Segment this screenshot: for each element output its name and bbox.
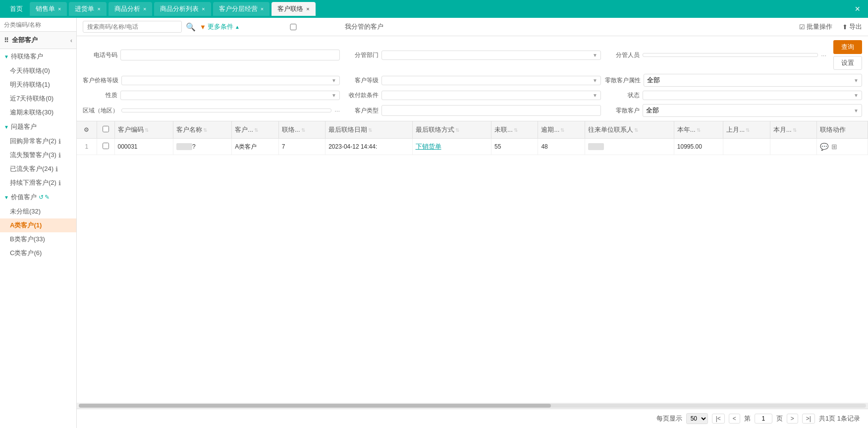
col-last-method[interactable]: 最后联络方式 ⇅ bbox=[412, 121, 491, 139]
group-value-customers[interactable]: ▼ 价值客户 ↺ ✎ bbox=[0, 190, 76, 205]
chevron-down-icon6: ▼ bbox=[593, 93, 597, 98]
search-btn[interactable]: 🔍 bbox=[186, 22, 196, 32]
col-unlinked-label: 未联... bbox=[494, 125, 513, 134]
tab-customer-contact-close[interactable]: × bbox=[306, 6, 309, 12]
edit-icon[interactable]: ✎ bbox=[45, 194, 50, 201]
cell-checkbox[interactable] bbox=[97, 139, 114, 155]
col-name[interactable]: 客户名称 ⇅ bbox=[173, 121, 231, 139]
sidebar: 🔍 全部客户 ‹ ▼ 待联络客户 今天待联络(0) 明天待联络(1) 近7天待联… bbox=[0, 18, 77, 428]
sidebar-item-c-class[interactable]: C类客户(6) bbox=[0, 246, 76, 260]
page-size-select[interactable]: 50 bbox=[686, 413, 708, 424]
filter-select-price-level[interactable]: ▼ bbox=[121, 76, 340, 85]
filter-dots-region[interactable]: ··· bbox=[334, 107, 340, 114]
filter-input-customer-type[interactable] bbox=[381, 105, 601, 116]
filter-select-manager[interactable] bbox=[643, 53, 818, 57]
col-checkbox[interactable] bbox=[97, 121, 114, 139]
sort-icon5: ⇅ bbox=[368, 127, 372, 133]
col-code[interactable]: 客户编码 ⇅ bbox=[114, 121, 173, 139]
my-customers-checkbox-label[interactable]: 我分管的客户 bbox=[244, 22, 383, 31]
horizontal-scrollbar[interactable] bbox=[77, 403, 868, 409]
last-method-link[interactable]: 下销货单 bbox=[416, 143, 441, 150]
page-input[interactable] bbox=[755, 414, 772, 424]
sort-icon10: ⇅ bbox=[697, 127, 701, 133]
prev-page-btn[interactable]: < bbox=[729, 414, 740, 424]
group-pending-contact[interactable]: ▼ 待联络客户 bbox=[0, 49, 76, 64]
scrollbar-track[interactable] bbox=[79, 404, 866, 408]
content-area: 🔍 ▼ 更多条件 ▲ 我分管的客户 ☑ 批量操作 ⬆ 导出 bbox=[77, 18, 868, 428]
sidebar-item-repurchase-anomaly[interactable]: 回购异常客户(2) ℹ bbox=[0, 134, 76, 148]
sidebar-item-a-class[interactable]: A类客户(1) bbox=[0, 218, 76, 232]
query-btn[interactable]: 查询 bbox=[833, 40, 862, 54]
last-page-btn[interactable]: >| bbox=[802, 414, 815, 424]
next-page-btn[interactable]: > bbox=[787, 414, 798, 424]
filter-dots-manager[interactable]: ··· bbox=[821, 52, 826, 59]
select-all-checkbox[interactable] bbox=[103, 126, 109, 132]
col-contact-count[interactable]: 联络... ⇅ bbox=[278, 121, 325, 139]
filter-select-status[interactable]: ▼ bbox=[643, 91, 862, 100]
group-problem-customers[interactable]: ▼ 问题客户 bbox=[0, 119, 76, 134]
tab-customer-layer-close[interactable]: × bbox=[261, 6, 264, 12]
tab-purchase-close[interactable]: × bbox=[97, 6, 100, 12]
sidebar-item-tomorrow-label: 明天待联络(1) bbox=[10, 80, 50, 89]
table-row: 1 000031 ? A类客户 7 2023-04-12 14:44: 下销货单… bbox=[77, 139, 868, 155]
sidebar-item-declining[interactable]: 持续下滑客户(2) ℹ bbox=[0, 176, 76, 190]
sidebar-item-churned[interactable]: 已流失客户(24) ℹ bbox=[0, 162, 76, 176]
scrollbar-thumb[interactable] bbox=[79, 404, 551, 408]
col-last-month[interactable]: 上月... ⇅ bbox=[723, 121, 770, 139]
chevron-down-icon3: ▼ bbox=[593, 78, 597, 83]
sidebar-search-input[interactable] bbox=[4, 21, 77, 28]
col-last-date[interactable]: 最后联络日期 ⇅ bbox=[326, 121, 412, 139]
col-unlinked[interactable]: 未联... ⇅ bbox=[491, 121, 538, 139]
tab-product-analysis-list[interactable]: 商品分析列表 × bbox=[154, 2, 211, 16]
col-overdue[interactable]: 逾期... ⇅ bbox=[538, 121, 585, 139]
col-type[interactable]: 客户... ⇅ bbox=[232, 121, 278, 139]
search-input[interactable] bbox=[83, 21, 182, 33]
row-checkbox[interactable] bbox=[103, 143, 109, 149]
filter-select-region[interactable] bbox=[121, 108, 331, 112]
sidebar-item-churn-warning[interactable]: 流失预警客户(3) ℹ bbox=[0, 148, 76, 162]
chat-icon[interactable]: 💬 bbox=[820, 143, 828, 151]
tab-sales[interactable]: 销售单 × bbox=[30, 2, 67, 16]
filter-btn[interactable]: ▼ 更多条件 ▲ bbox=[200, 22, 240, 31]
sidebar-item-tomorrow[interactable]: 明天待联络(1) bbox=[0, 78, 76, 92]
export-btn[interactable]: ⬆ 导出 bbox=[842, 22, 862, 31]
filter-select-retail-attr[interactable]: 全部 ▼ bbox=[644, 74, 862, 87]
filter-select-dept[interactable]: ▼ bbox=[381, 51, 601, 60]
sidebar-item-overdue[interactable]: 逾期未联络(30) bbox=[0, 106, 76, 119]
filter-input-phone[interactable] bbox=[120, 50, 340, 60]
sidebar-item-unclassified[interactable]: 未分组(32) bbox=[0, 205, 76, 218]
sidebar-item-today[interactable]: 今天待联络(0) bbox=[0, 64, 76, 78]
filter-select-payment[interactable]: ▼ bbox=[381, 91, 601, 100]
sort-icon11: ⇅ bbox=[746, 127, 750, 133]
tab-sales-close[interactable]: × bbox=[58, 6, 61, 12]
name-placeholder bbox=[176, 143, 192, 150]
cell-last-method[interactable]: 下销货单 bbox=[412, 139, 491, 155]
qr-icon[interactable]: ⊞ bbox=[831, 143, 837, 151]
sidebar-item-7days[interactable]: 近7天待联络(0) bbox=[0, 92, 76, 106]
refresh-icon[interactable]: ↺ bbox=[39, 194, 44, 201]
col-this-month[interactable]: 本月... ⇅ bbox=[770, 121, 816, 139]
batch-op-btn[interactable]: ☑ 批量操作 bbox=[799, 22, 832, 31]
col-last-method-label: 最后联络方式 bbox=[416, 125, 454, 134]
col-company-contact[interactable]: 往来单位联系人 ⇅ bbox=[585, 121, 674, 139]
first-page-btn[interactable]: |< bbox=[712, 414, 725, 424]
setting-btn[interactable]: 设置 bbox=[833, 56, 862, 70]
tab-product-analysis[interactable]: 商品分析 × bbox=[108, 2, 152, 16]
col-year-amount[interactable]: 本年... ⇅ bbox=[674, 121, 723, 139]
filter-select-nature[interactable]: ▼ bbox=[120, 91, 340, 100]
my-customers-checkbox[interactable] bbox=[244, 24, 343, 30]
tab-home[interactable]: 首页 bbox=[4, 0, 29, 18]
tab-product-analysis-list-close[interactable]: × bbox=[202, 6, 205, 12]
sidebar-collapse-btn[interactable]: ‹ bbox=[70, 37, 72, 44]
tab-customer-contact[interactable]: 客户联络 × bbox=[271, 2, 315, 16]
tab-purchase[interactable]: 进货单 × bbox=[69, 2, 106, 16]
sidebar-all-customers-header[interactable]: 全部客户 ‹ bbox=[0, 32, 76, 49]
tab-product-analysis-close[interactable]: × bbox=[143, 6, 146, 12]
filter-select-customer-level[interactable]: ▼ bbox=[381, 76, 601, 85]
tab-customer-layer[interactable]: 客户分层经营 × bbox=[213, 2, 270, 16]
filter-select-retail-customer[interactable]: 全部 ▼ bbox=[643, 104, 862, 117]
sidebar-item-b-class[interactable]: B类客户(33) bbox=[0, 232, 76, 246]
table-area: ⚙ 客户编码 ⇅ 客户名称 ⇅ bbox=[77, 121, 868, 403]
col-gear[interactable]: ⚙ bbox=[77, 121, 97, 139]
window-close-btn[interactable]: × bbox=[851, 4, 864, 14]
